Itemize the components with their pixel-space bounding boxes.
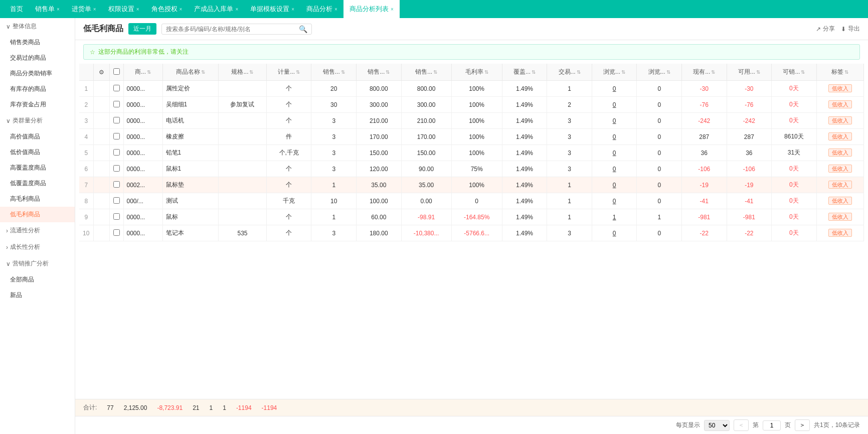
row-select-checkbox[interactable]: [113, 149, 120, 156]
share-button[interactable]: ↗ 分享: [816, 25, 835, 33]
row-settings[interactable]: [93, 129, 109, 145]
sidebar-item-traded-products[interactable]: 交易过的商品: [0, 50, 75, 66]
nav-home[interactable]: 首页: [4, 0, 29, 18]
row-checkbox[interactable]: [109, 97, 123, 113]
row-select-checkbox[interactable]: [113, 197, 120, 204]
row-checkbox[interactable]: [109, 113, 123, 129]
row-select-checkbox[interactable]: [113, 229, 120, 236]
select-all-checkbox[interactable]: [113, 68, 120, 75]
spec-col-header[interactable]: 规格...⇅: [219, 64, 267, 81]
row-settings[interactable]: [93, 177, 109, 193]
sidebar-group-overall[interactable]: ∨ 整体信息: [0, 18, 75, 35]
row-settings[interactable]: [93, 225, 109, 241]
row-select-checkbox[interactable]: [113, 181, 120, 188]
row-select-checkbox[interactable]: [113, 133, 120, 139]
row-checkbox[interactable]: [109, 129, 123, 145]
row-view1[interactable]: 0: [592, 81, 637, 97]
sidebar-item-high-gross[interactable]: 高毛利商品: [0, 191, 75, 207]
settings-col-header[interactable]: ⚙: [93, 64, 109, 81]
close-icon[interactable]: ×: [57, 7, 60, 12]
sidebar-item-category-rate[interactable]: 商品分类助销率: [0, 66, 75, 81]
sidebar-item-low-gross[interactable]: 低毛利商品: [0, 207, 75, 222]
code-col-header[interactable]: 商...⇅: [123, 64, 162, 81]
row-checkbox[interactable]: [109, 209, 123, 225]
row-settings[interactable]: [93, 113, 109, 129]
available-stock-col-header[interactable]: 可用...⇅: [727, 64, 772, 81]
export-button[interactable]: ⬇ 导出: [841, 25, 860, 33]
row-select-checkbox[interactable]: [113, 213, 120, 220]
nav-templates[interactable]: 单据模板设置×: [244, 0, 300, 18]
row-settings[interactable]: [93, 209, 109, 225]
cover-rate-col-header[interactable]: 覆盖...⇅: [502, 64, 547, 81]
close-icon[interactable]: ×: [136, 7, 139, 12]
row-checkbox[interactable]: [109, 145, 123, 161]
sellable-days-col-header[interactable]: 可销...⇅: [772, 64, 817, 81]
close-icon[interactable]: ×: [93, 7, 96, 12]
row-select-checkbox[interactable]: [113, 85, 120, 91]
row-view1[interactable]: 0: [592, 225, 637, 241]
row-view1[interactable]: 0: [592, 193, 637, 209]
tag-col-header[interactable]: 标签⇅: [816, 64, 863, 81]
view2-col-header[interactable]: 浏览...⇅: [637, 64, 682, 81]
next-page-button[interactable]: ＞: [795, 419, 810, 431]
row-select-checkbox[interactable]: [113, 101, 120, 107]
search-icon[interactable]: 🔍: [299, 25, 307, 33]
sidebar-item-all-products[interactable]: 全部商品: [0, 272, 75, 287]
sidebar-item-stock-products[interactable]: 有库存的商品: [0, 81, 75, 97]
row-settings[interactable]: [93, 97, 109, 113]
row-view1[interactable]: 0: [592, 145, 637, 161]
row-checkbox[interactable]: [109, 177, 123, 193]
row-settings[interactable]: [93, 161, 109, 177]
page-input[interactable]: [763, 420, 781, 430]
row-checkbox[interactable]: [109, 193, 123, 209]
row-settings[interactable]: [93, 145, 109, 161]
nav-purchase[interactable]: 进货单×: [66, 0, 102, 18]
sales-qty-col-header[interactable]: 销售...⇅: [311, 64, 357, 81]
nav-permissions[interactable]: 权限设置×: [102, 0, 145, 18]
gross-rate-col-header[interactable]: 毛利率⇅: [451, 64, 502, 81]
row-view1[interactable]: 1: [592, 209, 637, 225]
date-filter-button[interactable]: 近一月: [128, 23, 156, 35]
sidebar-item-sales-products[interactable]: 销售类商品: [0, 35, 75, 50]
sidebar-item-low-value[interactable]: 低价值商品: [0, 144, 75, 160]
nav-roles[interactable]: 角色授权×: [145, 0, 189, 18]
row-view1[interactable]: 0: [592, 177, 637, 193]
row-select-checkbox[interactable]: [113, 117, 120, 123]
nav-sales[interactable]: 销售单×: [29, 0, 66, 18]
unit-col-header[interactable]: 计量...⇅: [266, 64, 311, 81]
sidebar-item-high-value[interactable]: 高价值商品: [0, 129, 75, 144]
close-icon[interactable]: ×: [291, 7, 294, 12]
row-settings[interactable]: [93, 193, 109, 209]
sidebar-item-high-cover[interactable]: 高覆盖度商品: [0, 160, 75, 176]
close-icon[interactable]: ×: [391, 7, 394, 12]
sales-profit-col-header[interactable]: 销售...⇅: [401, 64, 451, 81]
nav-analysis[interactable]: 商品分析×: [300, 0, 343, 18]
close-icon[interactable]: ×: [180, 7, 183, 12]
sidebar-group-marketing[interactable]: ∨ 营销推广分析: [0, 255, 75, 272]
view1-col-header[interactable]: 浏览...⇅: [592, 64, 637, 81]
row-view1[interactable]: 0: [592, 113, 637, 129]
row-select-checkbox[interactable]: [113, 165, 120, 172]
sidebar-group-growth[interactable]: › 成长性分析: [0, 239, 75, 255]
row-view1[interactable]: 0: [592, 129, 637, 145]
name-col-header[interactable]: 商品名称⇅: [162, 64, 219, 81]
row-checkbox[interactable]: [109, 161, 123, 177]
sales-amount-col-header[interactable]: 销售...⇅: [357, 64, 402, 81]
row-checkbox[interactable]: [109, 81, 123, 97]
close-icon[interactable]: ×: [235, 7, 238, 12]
current-stock-col-header[interactable]: 现有...⇅: [682, 64, 727, 81]
prev-page-button[interactable]: ＜: [734, 419, 749, 431]
trade-count-col-header[interactable]: 交易...⇅: [547, 64, 592, 81]
nav-products[interactable]: 产成品入库单×: [188, 0, 244, 18]
sidebar-item-new-products[interactable]: 新品: [0, 287, 75, 303]
per-page-select[interactable]: 50 20 100: [704, 420, 730, 431]
row-checkbox[interactable]: [109, 225, 123, 241]
search-input[interactable]: [166, 26, 299, 33]
row-view1[interactable]: 0: [592, 97, 637, 113]
sidebar-group-cluster[interactable]: ∨ 类群量分析: [0, 112, 75, 129]
row-settings[interactable]: [93, 81, 109, 97]
sidebar-group-flow[interactable]: › 流通性分析: [0, 222, 75, 239]
nav-analysis-list[interactable]: 商品分析列表×: [343, 0, 400, 18]
sidebar-item-low-cover[interactable]: 低覆盖度商品: [0, 176, 75, 191]
row-view1[interactable]: 0: [592, 161, 637, 177]
